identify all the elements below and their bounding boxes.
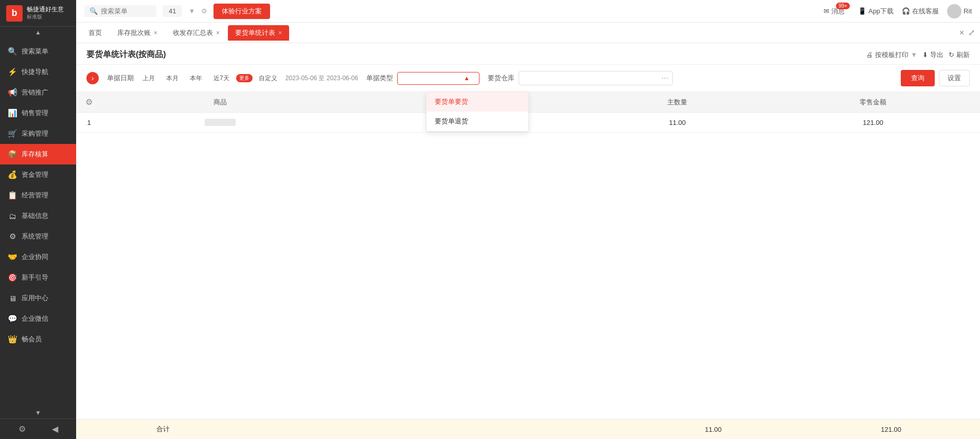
app-download-btn[interactable]: 📱 App下载 xyxy=(858,7,894,16)
date-custom-btn[interactable]: 自定义 xyxy=(255,72,281,84)
sidebar-item-inventory[interactable]: 📦 库存核算 xyxy=(0,144,76,164)
warehouse-filter-group: 要货仓库 ··· xyxy=(488,71,893,85)
sidebar-item-enterprise[interactable]: 🤝 企业协同 xyxy=(0,247,76,267)
footer-total-quantity: 11.00 xyxy=(625,419,803,439)
user-name: Rit xyxy=(964,7,972,15)
tab-inventory-batch[interactable]: 库存批次账 × xyxy=(110,25,165,41)
date-btn-7days[interactable]: 近7天 xyxy=(209,72,234,85)
warehouse-filter-dots[interactable]: ··· xyxy=(662,74,668,83)
tab-order-stat-close[interactable]: × xyxy=(278,29,282,36)
type-filter-label: 单据类型 xyxy=(366,74,393,83)
filter-settings-btn[interactable]: 设置 xyxy=(939,70,970,86)
sidebar-item-system[interactable]: ⚙ 系统管理 xyxy=(0,226,76,247)
sidebar-item-purchase[interactable]: 🛒 采购管理 xyxy=(0,123,76,144)
date-btn-this-year[interactable]: 本年 xyxy=(185,72,207,85)
refresh-btn[interactable]: ↻ 刷新 xyxy=(949,50,970,60)
logo-icon: b xyxy=(6,5,23,22)
tab-window-resize-btn[interactable]: ⤢ xyxy=(968,28,975,38)
tab-order-stat[interactable]: 要货单统计表 × xyxy=(228,25,289,41)
footer-total-amount: 121.00 xyxy=(802,419,980,439)
scroll-up[interactable]: ▲ xyxy=(0,27,76,38)
appstore-icon: 🖥 xyxy=(7,293,17,303)
sidebar-item-operation-label: 经营管理 xyxy=(22,191,48,200)
dropdown-item-order-return[interactable]: 要货单退货 xyxy=(426,112,528,131)
print-label: 按模板打印 xyxy=(875,50,908,60)
sidebar-item-quicknav-label: 快捷导航 xyxy=(22,67,48,77)
tab-receive-summary[interactable]: 收发存汇总表 × xyxy=(166,25,227,41)
sidebar-item-finance[interactable]: 💰 资金管理 xyxy=(0,164,76,185)
refresh-icon: ↻ xyxy=(949,51,954,59)
query-btn[interactable]: 查询 xyxy=(901,70,935,86)
date-btn-this-month[interactable]: 本月 xyxy=(162,72,183,85)
sidebar-item-marketing[interactable]: 📢 营销推广 xyxy=(0,82,76,103)
tab-inventory-batch-close[interactable]: × xyxy=(154,29,157,36)
trial-btn[interactable]: 体验行业方案 xyxy=(213,4,270,19)
warehouse-filter-input[interactable] xyxy=(523,75,662,82)
tabs-bar: 首页 库存批次账 × 收发存汇总表 × 要货单统计表 × × ⤢ xyxy=(76,23,980,43)
sidebar-item-basic[interactable]: 🗂 基础信息 xyxy=(0,206,76,226)
sidebar-item-wechat[interactable]: 💬 企业微信 xyxy=(0,308,76,329)
tab-window-close-btn[interactable]: × xyxy=(959,28,964,38)
print-btn[interactable]: 🖨 按模板打印 ▼ xyxy=(866,50,917,60)
export-label: 导出 xyxy=(930,50,943,60)
type-filter-input[interactable] xyxy=(402,75,464,82)
topbar-dropdown-icon[interactable]: ▼ xyxy=(188,7,195,15)
export-icon: ⬇ xyxy=(922,51,928,59)
tab-receive-summary-label: 收发存汇总表 xyxy=(173,28,213,38)
table-footer: 合计 11.00 121.00 xyxy=(76,419,980,439)
sidebar-item-search[interactable]: 🔍 搜索菜单 xyxy=(0,41,76,62)
topbar: 🔍 41 ▼ ⚙ 体验行业方案 ✉ 消息 99+ 📱 App下载 xyxy=(76,0,980,23)
date-btn-last-month[interactable]: 上月 xyxy=(138,72,159,85)
message-btn[interactable]: ✉ 消息 99+ xyxy=(824,7,845,16)
scroll-down[interactable]: ▼ xyxy=(0,407,76,418)
export-btn[interactable]: ⬇ 导出 xyxy=(922,50,943,60)
footer-total-table: 合计 11.00 121.00 xyxy=(76,419,980,439)
topbar-settings-icon[interactable]: ⚙ xyxy=(201,7,207,15)
sidebar-item-appstore[interactable]: 🖥 应用中心 xyxy=(0,288,76,308)
table-col-quantity: 主数量 xyxy=(589,92,766,113)
tab-order-stat-label: 要货单统计表 xyxy=(235,28,275,38)
sidebar-item-sales-label: 销售管理 xyxy=(22,108,48,118)
topbar-number-badge: 41 xyxy=(163,5,182,17)
wechat-icon: 💬 xyxy=(7,314,17,324)
topbar-search-input[interactable] xyxy=(101,7,142,15)
date-range: 2023-05-06 至 2023-06-06 xyxy=(286,74,358,83)
purchase-icon: 🛒 xyxy=(7,129,17,139)
sidebar-item-enterprise-label: 企业协同 xyxy=(22,252,48,262)
brand-name: 畅捷通好生意 xyxy=(27,6,64,14)
type-dropdown-menu: 要货单要货 要货单退货 xyxy=(426,92,529,132)
sidebar-settings-btn[interactable]: ⚙ xyxy=(19,424,26,434)
sidebar-collapse-btn[interactable]: ◀ xyxy=(52,424,58,434)
sidebar-item-quick-nav[interactable]: ⚡ 快捷导航 xyxy=(0,62,76,82)
type-filter-group: 单据类型 ▲ xyxy=(366,72,479,85)
sidebar-item-sales[interactable]: 📊 销售管理 xyxy=(0,103,76,123)
date-more-badge[interactable]: 更多 xyxy=(236,74,253,82)
user-avatar xyxy=(947,4,961,19)
sidebar-nav: 🔍 搜索菜单 ⚡ 快捷导航 📢 营销推广 📊 销售管理 🛒 采购管理 📦 xyxy=(0,38,76,407)
filter-actions: 查询 设置 xyxy=(901,70,970,86)
sales-icon: 📊 xyxy=(7,108,17,118)
sidebar-item-operation[interactable]: 📋 经营管理 xyxy=(0,185,76,206)
filter-expand-btn[interactable]: › xyxy=(86,72,99,84)
sidebar-item-marketing-label: 营销推广 xyxy=(22,88,48,97)
print-dropdown-icon[interactable]: ▼ xyxy=(911,51,917,59)
dropdown-item-order-goods[interactable]: 要货单要货 xyxy=(426,92,528,112)
sidebar-item-purchase-label: 采购管理 xyxy=(22,129,48,138)
sidebar-item-inventory-label: 库存核算 xyxy=(22,150,48,159)
basic-icon: 🗂 xyxy=(7,211,17,221)
message-badge: 99+ xyxy=(836,3,850,9)
user-area[interactable]: Rit xyxy=(947,4,972,19)
tab-receive-summary-close[interactable]: × xyxy=(216,29,220,36)
online-service-btn[interactable]: 🎧 在线客服 xyxy=(902,7,939,16)
sidebar-item-member[interactable]: 👑 畅会员 xyxy=(0,329,76,350)
inventory-icon: 📦 xyxy=(7,149,17,159)
sidebar-item-search-label: 搜索菜单 xyxy=(22,47,48,56)
tab-home[interactable]: 首页 xyxy=(81,25,109,41)
table-cell-amount: 121.00 xyxy=(766,113,980,133)
type-dropdown-arrow[interactable]: ▲ xyxy=(464,75,470,82)
type-filter-input-area[interactable]: ▲ xyxy=(397,72,479,85)
sidebar-item-member-label: 畅会员 xyxy=(22,335,42,344)
table-settings-icon[interactable]: ⚙ xyxy=(85,98,93,106)
sidebar-item-basic-label: 基础信息 xyxy=(22,211,48,221)
sidebar-item-guide[interactable]: 🎯 新手引导 xyxy=(0,267,76,288)
